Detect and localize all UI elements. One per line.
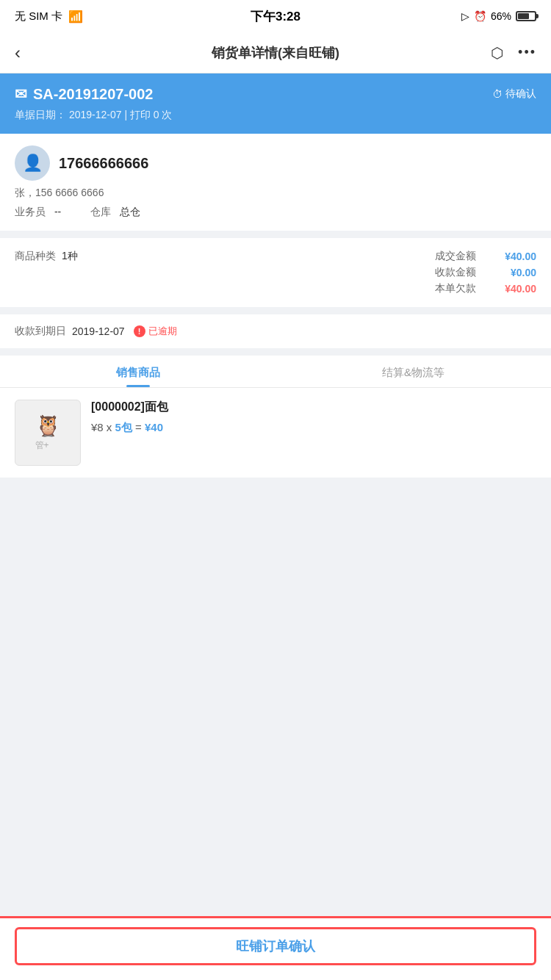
order-header: ✉ SA-20191207-002 ⏱ 待确认 单据日期： 2019-12-07…: [0, 73, 551, 134]
status-right: ▷ ⏰ 66%: [461, 10, 536, 22]
page-title: 销货单详情(来自旺铺): [212, 44, 339, 62]
customer-phone: 17666666666: [59, 155, 148, 172]
received-amount-label: 收款金额: [435, 266, 476, 279]
received-amount-row: 收款金额 ¥0.00: [435, 266, 536, 279]
received-amount-value: ¥0.00: [485, 267, 536, 278]
battery-fill: [518, 13, 529, 19]
order-print-label: | 打印 0 次: [124, 109, 172, 120]
customer-section: 👤 17666666666 张，156 6666 6666 业务员 -- 仓库 …: [0, 134, 551, 231]
avatar-icon: 👤: [23, 154, 43, 173]
status-text: 待确认: [505, 87, 536, 101]
order-date-label: 单据日期：: [15, 109, 66, 120]
product-type-value: 1种: [62, 250, 78, 263]
product-info: [0000002]面包 ¥8 x 5包 = ¥40: [91, 400, 536, 435]
due-date-section: 收款到期日 2019-12-07 ! 已逾期: [0, 314, 551, 348]
product-total: ¥40: [145, 421, 163, 433]
amounts: 成交金额 ¥40.00 收款金额 ¥0.00 本单欠款 ¥40.00: [435, 250, 536, 295]
order-date: 单据日期： 2019-12-07 | 打印 0 次: [15, 109, 536, 122]
warehouse-value: 总仓: [120, 206, 140, 217]
alarm-icon: ⏰: [474, 10, 486, 22]
order-id: ✉ SA-20191207-002: [15, 85, 153, 103]
confirm-order-button[interactable]: 旺铺订单确认: [15, 927, 536, 965]
multiply-symbol: x: [107, 421, 112, 433]
order-header-top: ✉ SA-20191207-002 ⏱ 待确认: [15, 85, 536, 103]
salesperson-label: 业务员: [15, 206, 46, 217]
tab-settlement-label: 结算&物流等: [382, 366, 444, 378]
nav-bar: ‹ 销货单详情(来自旺铺) ⬡ •••: [0, 32, 551, 73]
due-date-label: 收款到期日: [15, 325, 66, 338]
product-type: 商品种类 1种: [15, 250, 78, 263]
status-left: 无 SIM 卡 📶: [15, 10, 83, 24]
back-button[interactable]: ‹: [9, 37, 26, 69]
share-button[interactable]: ⬡: [491, 44, 503, 62]
wifi-icon: 📶: [68, 10, 83, 24]
tabs-row: 销售商品 结算&物流等: [0, 356, 551, 388]
order-date-value: 2019-12-07: [69, 109, 122, 120]
product-logo-icon: 🦉: [35, 414, 61, 439]
tab-sales-products[interactable]: 销售商品: [0, 356, 276, 387]
product-type-label: 商品种类: [15, 250, 56, 263]
product-logo-sub: 管+: [35, 439, 61, 452]
overdue-icon: !: [134, 325, 145, 337]
status-time: 下午3:28: [251, 8, 300, 25]
customer-name-detail: 张，156 6666 6666: [15, 187, 536, 200]
warehouse-item: 仓库 总仓: [90, 206, 140, 219]
tab-sales-label: 销售商品: [116, 366, 160, 378]
battery-percent: 66%: [491, 10, 511, 22]
order-status: ⏱ 待确认: [492, 87, 536, 101]
product-image: 🦉 管+: [15, 400, 81, 466]
bottom-action: 旺铺订单确认: [0, 916, 551, 980]
product-logo: 🦉 管+: [35, 414, 61, 453]
nav-actions: ⬡ •••: [491, 44, 536, 62]
warehouse-label: 仓库: [90, 206, 111, 217]
deal-amount-row: 成交金额 ¥40.00: [435, 250, 536, 263]
due-date-value: 2019-12-07: [72, 325, 125, 337]
tab-settlement[interactable]: 结算&物流等: [276, 356, 551, 387]
location-icon: ▷: [461, 10, 469, 22]
customer-info: 17666666666: [59, 155, 148, 172]
more-button[interactable]: •••: [518, 45, 536, 60]
status-bar: 无 SIM 卡 📶 下午3:28 ▷ ⏰ 66%: [0, 0, 551, 32]
equals-symbol: =: [135, 421, 142, 433]
customer-avatar: 👤: [15, 145, 50, 181]
product-unit-price: ¥8: [91, 421, 104, 433]
salesperson-value: --: [54, 206, 61, 217]
battery-icon: [516, 11, 536, 21]
deal-amount-value: ¥40.00: [485, 251, 536, 262]
content-area: [0, 485, 551, 676]
product-quantity: 5包: [115, 421, 132, 433]
customer-meta: 业务员 -- 仓库 总仓: [15, 206, 536, 219]
product-price-row: ¥8 x 5包 = ¥40: [91, 421, 536, 435]
product-section: 🦉 管+ [0000002]面包 ¥8 x 5包 = ¥40: [0, 388, 551, 478]
order-icon: ✉: [15, 85, 27, 103]
owed-amount-row: 本单欠款 ¥40.00: [435, 282, 536, 295]
owed-amount-value: ¥40.00: [485, 283, 536, 295]
amount-section: 商品种类 1种 成交金额 ¥40.00 收款金额 ¥0.00 本单欠款 ¥40.…: [0, 238, 551, 307]
carrier-text: 无 SIM 卡: [15, 10, 62, 24]
overdue-badge: ! 已逾期: [134, 325, 177, 338]
product-name: [0000002]面包: [91, 400, 536, 415]
customer-row: 👤 17666666666: [15, 145, 536, 181]
deal-amount-label: 成交金额: [435, 250, 476, 263]
owed-amount-label: 本单欠款: [435, 282, 476, 295]
order-id-text: SA-20191207-002: [33, 86, 153, 103]
overdue-text: 已逾期: [148, 325, 177, 338]
tabs-section: 销售商品 结算&物流等: [0, 356, 551, 388]
salesperson-item: 业务员 --: [15, 206, 61, 219]
status-clock-icon: ⏱: [492, 88, 503, 100]
